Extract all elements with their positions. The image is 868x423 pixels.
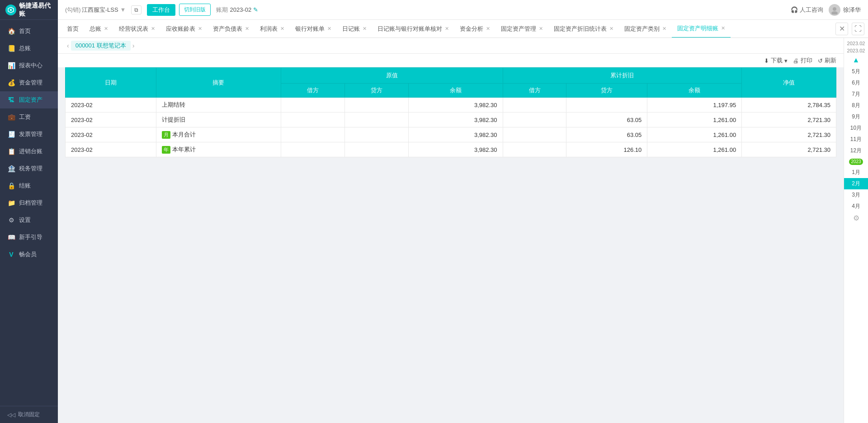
- period-value: 2023-02: [230, 6, 251, 13]
- time-month-2[interactable]: 2月: [844, 178, 868, 189]
- sidebar: 畅捷通易代账 🏠 首页 📒 总账 📊 报表中心 💰 资金管理 🏗 固定资产 💼 …: [0, 0, 58, 423]
- user-menu[interactable]: 徐泽华: [829, 4, 861, 16]
- unpin-button[interactable]: ◁◁ 取消固定: [0, 406, 58, 423]
- sidebar-item-guide-label: 新手引导: [19, 233, 42, 241]
- cell-net: 2,784.35: [742, 98, 836, 113]
- refresh-icon: ↺: [818, 57, 823, 64]
- tab-journal[interactable]: 日记账 ✕: [337, 20, 372, 38]
- close-all-tabs-button[interactable]: ✕: [835, 23, 848, 35]
- time-month-5[interactable]: 5月: [844, 66, 868, 77]
- tab-business-close[interactable]: ✕: [151, 26, 155, 32]
- col-orig-balance: 余额: [408, 84, 503, 98]
- tab-fixed-assets-mgmt[interactable]: 固定资产管理 ✕: [495, 20, 548, 38]
- tab-funds-analysis-close[interactable]: ✕: [486, 26, 490, 32]
- tab-funds-analysis[interactable]: 资金分析 ✕: [454, 20, 495, 38]
- maximize-button[interactable]: ⛶: [852, 23, 864, 35]
- tab-journal-reconcile[interactable]: 日记账与银行对账单核对 ✕: [372, 20, 454, 38]
- sidebar-item-settings[interactable]: ⚙ 设置: [0, 212, 58, 229]
- sub-nav-prev[interactable]: ‹: [65, 42, 71, 49]
- sidebar-item-home[interactable]: 🏠 首页: [0, 23, 58, 40]
- sidebar-item-membership[interactable]: V 畅会员: [0, 246, 58, 263]
- tab-receivable-close[interactable]: ✕: [198, 26, 202, 32]
- svg-point-1: [833, 7, 836, 11]
- asset-breadcrumb[interactable]: 000001 联想笔记本: [71, 41, 131, 51]
- sidebar-item-close-account[interactable]: 🔒 结账: [0, 177, 58, 194]
- col-acc-balance: 余额: [647, 84, 742, 98]
- table-row[interactable]: 2023-02 月本月合计 3,982.30 63.05 1,261.00 2,…: [66, 127, 836, 142]
- tab-fixed-assets-detail-close[interactable]: ✕: [721, 25, 725, 31]
- print-button[interactable]: 🖨 打印: [793, 56, 812, 65]
- time-up-button[interactable]: ▲: [851, 54, 862, 66]
- cell-summary: 年本年累计: [156, 142, 281, 157]
- tab-fixed-assets-category[interactable]: 固定资产类别 ✕: [619, 20, 672, 38]
- table-row[interactable]: 2023-02 上期结转 3,982.30 1,197.95 2,784.35: [66, 98, 836, 113]
- tab-fixed-assets-category-close[interactable]: ✕: [662, 26, 666, 32]
- time-month-3[interactable]: 3月: [844, 189, 868, 201]
- ledger-icon: 📒: [7, 45, 15, 52]
- cell-acc-balance: 1,261.00: [647, 142, 742, 157]
- sidebar-item-archive[interactable]: 📁 归档管理: [0, 194, 58, 212]
- sidebar-item-tax[interactable]: 🏦 税务管理: [0, 160, 58, 177]
- sidebar-item-ledger[interactable]: 📒 总账: [0, 40, 58, 57]
- company-selector[interactable]: (勾销) 江西服宝-LSS ▼: [65, 6, 126, 14]
- tab-fixed-assets-detail[interactable]: 固定资产明细账 ✕: [672, 20, 731, 38]
- workbench-button[interactable]: 工作台: [147, 4, 175, 16]
- download-button[interactable]: ⬇ 下载 ▾: [764, 56, 788, 65]
- support-button[interactable]: 🎧 人工咨询: [791, 6, 823, 14]
- tab-ledger[interactable]: 总账 ✕: [84, 20, 113, 38]
- table-row[interactable]: 2023-02 计提折旧 3,982.30 63.05 1,261.00 2,7…: [66, 113, 836, 127]
- tab-fixed-assets-mgmt-label: 固定资产管理: [501, 25, 536, 33]
- asset-code: 000001: [75, 42, 95, 49]
- tab-bank-statement[interactable]: 银行对账单 ✕: [290, 20, 337, 38]
- time-month-4[interactable]: 4月: [844, 201, 868, 212]
- tab-ledger-close[interactable]: ✕: [104, 26, 108, 32]
- tab-business[interactable]: 经营状况表 ✕: [113, 20, 160, 38]
- sidebar-item-fixed-assets[interactable]: 🏗 固定资产: [0, 91, 58, 108]
- sidebar-item-close-account-label: 结账: [19, 182, 31, 190]
- refresh-button[interactable]: ↺ 刷新: [818, 56, 836, 65]
- time-month-8[interactable]: 8月: [844, 100, 868, 111]
- tab-fixed-assets-mgmt-close[interactable]: ✕: [539, 26, 543, 32]
- col-accumulated: 累计折旧: [503, 68, 742, 84]
- period-edit-icon[interactable]: ✎: [253, 6, 258, 13]
- sidebar-item-invoice[interactable]: 🧾 发票管理: [0, 126, 58, 143]
- tab-bank-statement-close[interactable]: ✕: [327, 26, 331, 32]
- tab-profit[interactable]: 利润表 ✕: [255, 20, 290, 38]
- app-logo: 畅捷通易代账: [0, 0, 58, 20]
- sidebar-item-funds[interactable]: 💰 资金管理: [0, 74, 58, 91]
- content-toolbar: ⬇ 下载 ▾ 🖨 打印 ↺ 刷新: [58, 54, 844, 67]
- oldver-button[interactable]: 切到旧版: [179, 4, 211, 16]
- print-label: 打印: [801, 56, 812, 65]
- tab-depreciation-stats[interactable]: 固定资产折旧统计表 ✕: [548, 20, 619, 38]
- tab-balance-sheet-close[interactable]: ✕: [245, 26, 249, 32]
- sidebar-item-salary[interactable]: 💼 工资: [0, 108, 58, 126]
- sidebar-item-invoice-label: 发票管理: [19, 130, 42, 138]
- time-month-7[interactable]: 7月: [844, 89, 868, 100]
- table-row[interactable]: 2023-02 年本年累计 3,982.30 126.10 1,261.00 2…: [66, 142, 836, 157]
- time-month-11[interactable]: 11月: [844, 134, 868, 145]
- time-month-12[interactable]: 12月: [844, 145, 868, 156]
- tab-balance-sheet[interactable]: 资产负债表 ✕: [208, 20, 255, 38]
- time-settings-button[interactable]: ⚙: [851, 212, 861, 224]
- time-month-6[interactable]: 6月: [844, 77, 868, 89]
- tab-journal-close[interactable]: ✕: [363, 26, 367, 32]
- sidebar-item-reports[interactable]: 📊 报表中心: [0, 57, 58, 74]
- col-orig-credit: 贷方: [344, 84, 408, 98]
- tab-profit-close[interactable]: ✕: [280, 26, 284, 32]
- funds-icon: 💰: [7, 79, 15, 86]
- copy-button[interactable]: ⧉: [131, 5, 142, 14]
- tab-ledger-label: 总账: [90, 25, 101, 33]
- tab-receivable[interactable]: 应收账龄表 ✕: [160, 20, 208, 38]
- logo-icon: [5, 5, 16, 15]
- sidebar-item-guide[interactable]: 📖 新手引导: [0, 229, 58, 246]
- support-label: 人工咨询: [800, 6, 823, 14]
- time-month-10[interactable]: 10月: [844, 122, 868, 134]
- tab-journal-reconcile-close[interactable]: ✕: [445, 26, 449, 32]
- sub-nav-next[interactable]: ›: [131, 42, 137, 49]
- time-month-9[interactable]: 9月: [844, 111, 868, 122]
- content-area: ‹ 000001 联想笔记本 › ⬇ 下载 ▾ 🖨 打印: [58, 38, 868, 423]
- sidebar-item-purchase-sales[interactable]: 📋 进销台账: [0, 143, 58, 160]
- time-month-1[interactable]: 1月: [844, 167, 868, 178]
- tab-depreciation-stats-close[interactable]: ✕: [609, 26, 613, 32]
- tab-home[interactable]: 首页: [61, 20, 84, 38]
